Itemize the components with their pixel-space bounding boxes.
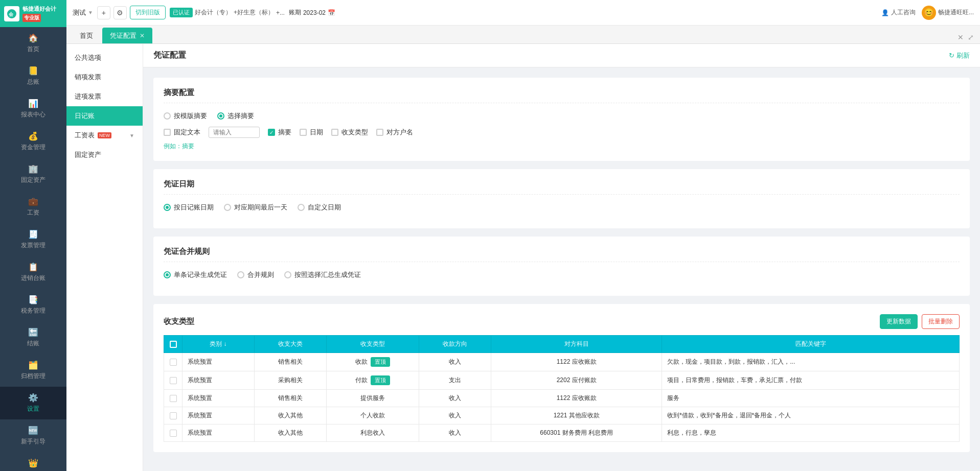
- top-badge[interactable]: 置顶: [371, 375, 390, 385]
- company-selector[interactable]: 测试 ▼: [73, 8, 93, 17]
- invoice-icon: 🧾: [28, 229, 38, 239]
- ai-consult-button[interactable]: 👤 人工咨询: [881, 8, 916, 17]
- checkbox-income-type[interactable]: 收支类型: [331, 128, 368, 137]
- row-checkbox[interactable]: [164, 353, 183, 371]
- row-checkbox[interactable]: [164, 371, 183, 390]
- table-row: 系统预置 销售相关 提供服务 收入 1122 应收账款 服务: [164, 390, 960, 407]
- sidebar-item-purchase[interactable]: 📋 进销台账: [0, 256, 66, 289]
- row-category: 系统预置: [183, 371, 255, 390]
- row-keywords: 收到*借款，收到*备用金，退回*备用金，个人: [662, 407, 960, 425]
- user-info[interactable]: 😊 畅捷通旺旺...: [922, 6, 974, 20]
- sidebar-item-label: 总账: [27, 78, 39, 86]
- sidebar-item-salary[interactable]: 💼 工资: [0, 191, 66, 223]
- page-wrapper: 凭证配置 ↻ 刷新 摘要配置 按模版摘要: [143, 44, 980, 471]
- row-type: 利息收入: [326, 425, 419, 442]
- radio-custom-date[interactable]: 自定义日期: [298, 203, 341, 212]
- row-check[interactable]: [170, 377, 177, 384]
- date-radio-group: 按日记账日期 对应期间最后一天 自定义日期: [164, 203, 960, 212]
- sidebar-item-label: 固定资产: [21, 176, 45, 184]
- sub-menu-purchase-invoice[interactable]: 进项发票: [66, 87, 143, 106]
- calendar-icon: 📅: [328, 9, 335, 16]
- sidebar-item-archive[interactable]: 🗂️ 归档管理: [0, 354, 66, 387]
- row-type: 提供服务: [326, 390, 419, 407]
- row-checkbox[interactable]: [164, 390, 183, 407]
- th-category: 类别 ↓: [183, 336, 255, 353]
- period-value: 2023-02: [303, 9, 326, 16]
- tab-voucher-config[interactable]: 凭证配置 ✕: [102, 28, 152, 43]
- sidebar-item-invoice[interactable]: 🧾 发票管理: [0, 223, 66, 256]
- radio-select[interactable]: 选择摘要: [217, 111, 254, 121]
- sidebar-item-reports[interactable]: 📊 报表中心: [0, 92, 66, 125]
- row-direction: 收入: [419, 407, 491, 425]
- checkbox-fixed-text[interactable]: 固定文本: [164, 128, 200, 137]
- summary-section: 摘要配置 按模版摘要 选择摘要: [153, 78, 970, 161]
- row-check[interactable]: [170, 430, 177, 437]
- row-category: 系统预置: [183, 425, 255, 442]
- period-info: 账期 2023-02 📅: [289, 8, 335, 17]
- sidebar-item-label: 归档管理: [21, 372, 45, 381]
- topbar: 测试 ▼ + ⚙ 切到旧版 已认证 好会计（专） +好生意（标） +... 账期…: [66, 0, 980, 26]
- radio-summary-generate[interactable]: 按照选择汇总生成凭证: [284, 270, 361, 279]
- batch-delete-button[interactable]: 批量删除: [922, 314, 960, 329]
- summary-title: 摘要配置: [164, 88, 960, 103]
- radio-circle-summary: [284, 271, 291, 278]
- sidebar-item-ledger[interactable]: 📒 总账: [0, 60, 66, 92]
- window-maximize-icon[interactable]: ⤢: [968, 33, 974, 41]
- row-check[interactable]: [170, 395, 177, 402]
- checkbox-box-date: [300, 129, 307, 136]
- sub-menu-fixed-assets[interactable]: 固定资产: [66, 145, 143, 164]
- radio-template[interactable]: 按模版摘要: [164, 111, 207, 121]
- sidebar-item-settings[interactable]: ⚙️ 设置: [0, 387, 66, 419]
- radio-journal-date[interactable]: 按日记账日期: [164, 203, 214, 212]
- select-all-checkbox[interactable]: [170, 341, 177, 348]
- app-edition: 专业版: [22, 14, 41, 22]
- fixed-text-input[interactable]: [209, 127, 260, 138]
- table-row: 系统预置 采购相关 付款 置顶 支出 2202 应付账款: [164, 371, 960, 390]
- row-check[interactable]: [170, 412, 177, 419]
- radio-period-last-day[interactable]: 对应期间最后一天: [224, 203, 287, 212]
- merge-title: 凭证合并规则: [164, 247, 960, 262]
- sidebar-item-member[interactable]: 👑 畅会员: [0, 452, 66, 471]
- checkbox-date[interactable]: 日期: [300, 128, 323, 137]
- sub-menu-payroll[interactable]: 工资表 NEW ▼: [66, 126, 143, 145]
- tab-close-icon[interactable]: ✕: [140, 32, 145, 39]
- arrow-icon: ▼: [129, 133, 134, 138]
- old-version-button[interactable]: 切到旧版: [130, 6, 166, 19]
- sidebar-item-label: 设置: [27, 405, 39, 413]
- update-data-button[interactable]: 更新数据: [880, 314, 918, 329]
- add-button[interactable]: +: [97, 6, 110, 19]
- sidebar-item-label: 发票管理: [21, 241, 45, 250]
- sub-menu-sales-invoice[interactable]: 销项发票: [66, 67, 143, 87]
- sidebar-item-guide[interactable]: 🆕 新手引导: [0, 419, 66, 452]
- sub-menu-journal[interactable]: 日记账: [66, 106, 143, 126]
- checkbox-counterpart[interactable]: 对方户名: [376, 128, 413, 137]
- sidebar-item-tax[interactable]: 📑 税务管理: [0, 289, 66, 321]
- sidebar-item-label: 结账: [27, 339, 39, 348]
- table-row: 系统预置 销售相关 收款 置顶 收入 1122 应收账款: [164, 353, 960, 371]
- ledger-icon: 📒: [28, 66, 38, 76]
- sidebar-item-funds[interactable]: 💰 资金管理: [0, 125, 66, 158]
- row-check[interactable]: [170, 359, 177, 366]
- tab-home[interactable]: 首页: [73, 28, 100, 43]
- date-section: 凭证日期 按日记账日期 对应期间最后一天 自定义日期: [153, 169, 970, 228]
- row-checkbox[interactable]: [164, 407, 183, 425]
- refresh-button[interactable]: ↻ 刷新: [949, 51, 970, 60]
- app-logo: 会 畅捷通好会计 专业版: [0, 0, 66, 27]
- radio-single-record[interactable]: 单条记录生成凭证: [164, 270, 227, 279]
- row-direction: 收入: [419, 425, 491, 442]
- row-checkbox[interactable]: [164, 425, 183, 442]
- sidebar-item-home[interactable]: 🏠 首页: [0, 27, 66, 60]
- radio-circle-merge: [237, 271, 244, 278]
- sidebar-item-assets[interactable]: 🏢 固定资产: [0, 158, 66, 191]
- settings-gear-button[interactable]: ⚙: [113, 6, 127, 19]
- sub-menu-label: 工资表: [75, 131, 95, 140]
- top-badge[interactable]: 置顶: [371, 357, 390, 367]
- sidebar-item-closing[interactable]: 🔚 结账: [0, 321, 66, 354]
- sub-menu-label: 日记账: [75, 111, 95, 121]
- sidebar-item-label: 进销台账: [21, 274, 45, 282]
- sub-menu-public[interactable]: 公共选项: [66, 48, 143, 67]
- th-direction: 收款方向: [419, 336, 491, 353]
- window-close-icon[interactable]: ✕: [958, 33, 964, 41]
- radio-merge-rule[interactable]: 合并规则: [237, 270, 274, 279]
- checkbox-summary[interactable]: ✓ 摘要: [268, 128, 291, 137]
